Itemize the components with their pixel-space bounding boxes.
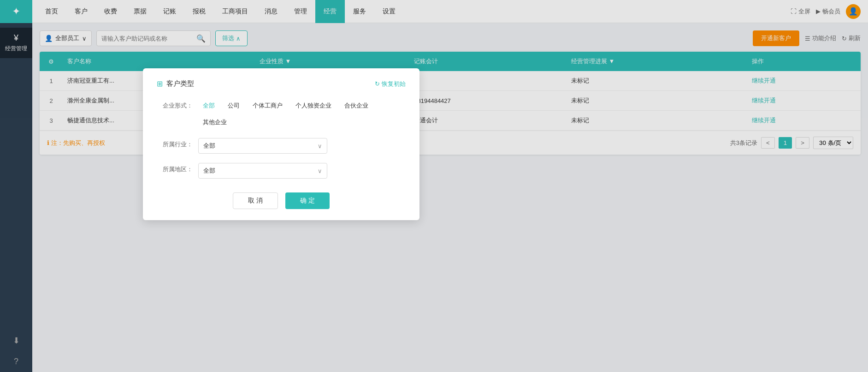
modal-overlay: ⊞ 客户类型 ↻ 恢复初始 企业形式： 全部 公司 个体工商户 个人独资企业 合… (0, 0, 868, 372)
modal-title-text: 客户类型 (166, 79, 194, 88)
region-select[interactable]: 全部 ∨ (198, 163, 327, 179)
industry-row: 所属行业： 全部 ∨ (157, 138, 406, 154)
enterprise-form-row: 企业形式： 全部 公司 个体工商户 个人独资企业 合伙企业 其他企业 (157, 99, 406, 129)
region-select-arrow: ∨ (318, 168, 322, 174)
region-select-value: 全部 (203, 167, 215, 175)
enterprise-option-sole[interactable]: 个人独资企业 (291, 99, 336, 112)
enterprise-form-options: 全部 公司 个体工商户 个人独资企业 合伙企业 其他企业 (198, 99, 406, 129)
enterprise-option-all[interactable]: 全部 (198, 99, 219, 112)
enterprise-option-individual[interactable]: 个体工商户 (248, 99, 287, 112)
industry-select[interactable]: 全部 ∨ (198, 138, 327, 154)
reset-icon: ↻ (375, 80, 380, 87)
reset-label: 恢复初始 (382, 80, 406, 88)
enterprise-option-company[interactable]: 公司 (223, 99, 244, 112)
region-row: 所属地区： 全部 ∨ (157, 163, 406, 179)
industry-label: 所属行业： (157, 138, 198, 151)
cancel-button[interactable]: 取 消 (233, 192, 278, 209)
enterprise-option-partnership[interactable]: 合伙企业 (340, 99, 373, 112)
reset-button[interactable]: ↻ 恢复初始 (375, 80, 406, 88)
modal-footer: 取 消 确 定 (157, 192, 406, 209)
industry-select-arrow: ∨ (318, 143, 322, 150)
region-label: 所属地区： (157, 163, 198, 176)
enterprise-form-label: 企业形式： (157, 99, 198, 112)
confirm-button[interactable]: 确 定 (285, 192, 330, 209)
modal-header: ⊞ 客户类型 ↻ 恢复初始 (157, 79, 406, 88)
modal-title: ⊞ 客户类型 (157, 79, 194, 88)
filter-modal-icon: ⊞ (157, 79, 163, 88)
enterprise-option-other[interactable]: 其他企业 (198, 116, 231, 129)
filter-modal: ⊞ 客户类型 ↻ 恢复初始 企业形式： 全部 公司 个体工商户 个人独资企业 合… (143, 68, 419, 220)
industry-select-value: 全部 (203, 142, 215, 150)
